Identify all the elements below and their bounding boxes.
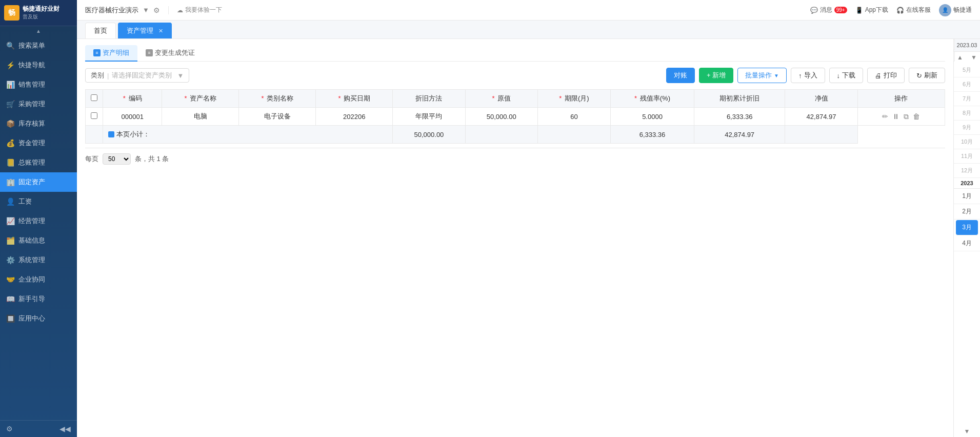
month-9-prev[interactable]: 9月 [954, 121, 980, 135]
sidebar-item-system[interactable]: ⚙️ 系统管理 [0, 250, 77, 270]
sidebar-item-quicknav[interactable]: ⚡ 快捷导航 [0, 55, 77, 75]
delete-icon[interactable]: 🗑 [913, 112, 920, 121]
system-icon: ⚙️ [6, 256, 14, 264]
edit-icon[interactable]: ✏ [882, 112, 888, 121]
sub-tab-voucher[interactable]: ≡ 变更生成凭证 [137, 45, 203, 62]
row-checkbox[interactable] [91, 112, 97, 119]
expand-panel-icon[interactable]: ⤢ [953, 51, 955, 62]
sidebar-scroll-up[interactable]: ▲ [0, 26, 77, 36]
settings-gear-icon[interactable]: ⚙ [153, 6, 160, 14]
month-6-prev[interactable]: 6月 [954, 77, 980, 92]
month-1[interactable]: 1月 [954, 189, 980, 204]
month-11-prev[interactable]: 11月 [954, 149, 980, 164]
required-mark: * [185, 94, 187, 102]
month-12-prev[interactable]: 12月 [954, 164, 980, 178]
sidebar-item-ledger[interactable]: 📒 总账管理 [0, 153, 77, 172]
username: 畅捷通 [953, 6, 972, 14]
sidebar-item-operations[interactable]: 📈 经营管理 [0, 211, 77, 231]
row-checkbox-cell [86, 108, 103, 126]
sidebar-item-basic-info[interactable]: 🗂️ 基础信息 [0, 231, 77, 250]
purchase-icon: 🛒 [6, 100, 14, 108]
settings-icon[interactable]: ⚙ [6, 425, 13, 433]
import-button[interactable]: ↑ 导入 [791, 68, 825, 83]
sub-tab-asset-detail[interactable]: ≡ 资产明细 [85, 45, 137, 62]
ledger-icon: 📒 [6, 158, 14, 167]
sidebar-item-label-search: 搜索菜单 [18, 41, 45, 50]
pause-icon[interactable]: ⏸ [892, 112, 899, 121]
sidebar-item-label-inventory: 库存核算 [18, 119, 45, 128]
month-5-prev[interactable]: 5月 [954, 63, 980, 77]
print-button[interactable]: 🖨 打印 [867, 68, 905, 83]
table-header-row: * 编码 * 资产名称 * 类别名称 [86, 90, 945, 108]
sidebar-item-finance[interactable]: 💰 资金管理 [0, 133, 77, 153]
collapse-icon[interactable]: ◀◀ [59, 425, 71, 433]
reconcile-button[interactable]: 对账 [666, 68, 695, 83]
batch-button[interactable]: 批量操作 ▼ [737, 68, 787, 83]
batch-label: 批量操作 [745, 71, 772, 80]
asset-detail-icon: ≡ [93, 49, 101, 56]
copy-icon[interactable]: ⧉ [904, 112, 909, 121]
select-all-checkbox[interactable] [91, 94, 97, 101]
add-label: + 新增 [707, 71, 726, 80]
refresh-button[interactable]: ↻ 刷新 [909, 68, 945, 83]
download-button[interactable]: ↓ 下载 [829, 68, 864, 83]
sidebar-item-inventory[interactable]: 📦 库存核算 [0, 114, 77, 133]
cloud-icon: ☁ [177, 7, 183, 14]
sidebar-item-fixed-assets[interactable]: 🏢 固定资产 [0, 172, 77, 192]
month-7-prev[interactable]: 7月 [954, 92, 980, 106]
close-panel-icon[interactable]: ✕ [953, 39, 955, 50]
tab-home[interactable]: 首页 [85, 23, 116, 38]
sidebar-item-purchase[interactable]: 🛒 采购管理 [0, 94, 77, 114]
import-label: 导入 [804, 71, 817, 80]
divider [168, 6, 169, 14]
per-page-select[interactable]: 50 100 [103, 153, 131, 165]
panel-controls: ✕ ⤢ [953, 39, 955, 62]
sidebar-item-payroll[interactable]: 👤 工资 [0, 192, 77, 211]
sidebar-item-appstore[interactable]: 🔲 应用中心 [0, 309, 77, 328]
header-accumulated-depreciation: 期初累计折旧 [694, 90, 785, 108]
calendar-up-arrow[interactable]: ▲ [956, 53, 964, 62]
sidebar-item-label-quicknav: 快捷导航 [18, 61, 45, 70]
sub-tab-asset-detail-label: 资产明细 [103, 48, 129, 57]
row-residual-rate: 5.0000 [611, 108, 694, 126]
topbar-right: 💬 消息 99+ 📱 App下载 🎧 在线客服 👤 畅捷通 [810, 4, 972, 16]
messages-badge: 99+ [834, 7, 847, 13]
user-area[interactable]: 👤 畅捷通 [939, 4, 972, 16]
month-2[interactable]: 2月 [954, 204, 980, 220]
print-label: 打印 [884, 71, 897, 80]
print-icon: 🖨 [875, 72, 882, 80]
tab-asset-management[interactable]: 资产管理 ✕ [118, 23, 172, 38]
sidebar-item-sales[interactable]: 📊 销售管理 [0, 75, 77, 94]
calendar-down-arrow[interactable]: ▼ [970, 53, 978, 62]
voucher-icon: ≡ [146, 49, 153, 56]
online-service-btn[interactable]: 🎧 在线客服 [896, 6, 931, 14]
category-filter[interactable]: 类别 | 请选择固定资产类别 ▼ [85, 68, 189, 83]
subtotal-residual-empty [537, 126, 610, 144]
sidebar-item-guide[interactable]: 📖 新手引导 [0, 289, 77, 309]
calendar-scroll-down[interactable]: ▼ [954, 426, 980, 437]
tab-close-icon[interactable]: ✕ [158, 28, 163, 34]
month-10-prev[interactable]: 10月 [954, 135, 980, 149]
trial-area[interactable]: ☁ 我要体验一下 [177, 6, 222, 14]
messages-btn[interactable]: 💬 消息 99+ [810, 6, 847, 14]
tab-home-label: 首页 [94, 27, 107, 34]
topbar-left: 医疗器械行业演示 ▼ ⚙ ☁ 我要体验一下 [85, 6, 222, 15]
month-3-current[interactable]: 3月 [956, 220, 978, 235]
avatar: 👤 [939, 4, 951, 16]
sidebar-item-search[interactable]: 🔍 搜索菜单 [0, 36, 77, 55]
month-4[interactable]: 4月 [954, 236, 980, 251]
sidebar-item-label-system: 系统管理 [18, 255, 45, 265]
company-dropdown-icon[interactable]: ▼ [143, 6, 149, 14]
subtotal-net-value: 42,874.97 [694, 126, 785, 144]
subtotal-label-cell: 本页小计： [103, 126, 393, 144]
subtotal-row: 本页小计： 50,000.00 6,333.36 42,874.97 [86, 126, 945, 144]
sidebar-item-cooperation[interactable]: 🤝 企业协同 [0, 270, 77, 289]
app-download-btn[interactable]: 📱 App下载 [855, 6, 888, 14]
sidebar-item-label-finance: 资金管理 [18, 138, 45, 148]
header-net-value: 净值 [785, 90, 857, 108]
add-button[interactable]: + 新增 [699, 68, 733, 83]
header-original-value: * 原值 [465, 90, 537, 108]
month-8-prev[interactable]: 8月 [954, 106, 980, 121]
service-icon: 🎧 [896, 7, 904, 14]
app-edition: 普及版 [23, 13, 59, 21]
